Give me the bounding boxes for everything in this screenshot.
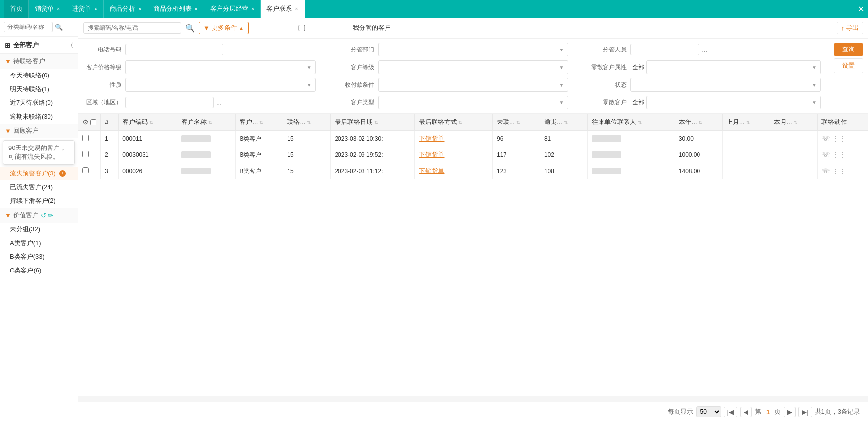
close-icon[interactable]: ×	[194, 6, 197, 12]
region-input[interactable]	[125, 97, 214, 108]
category-search-input[interactable]	[4, 22, 53, 32]
th-last-month[interactable]: 上月...⇅	[722, 114, 770, 131]
all-customers-item[interactable]: ⊞ 全部客户 《	[0, 37, 78, 54]
sidebar-item-class-c[interactable]: C类客户(6)	[0, 264, 78, 277]
sidebar-item-today[interactable]: 今天待联络(0)	[0, 69, 78, 82]
tab-sale[interactable]: 销货单 ×	[29, 0, 66, 18]
grid-icon: ⊞	[5, 42, 10, 49]
sidebar-item-overdue-not-contact[interactable]: 逾期未联络(30)	[0, 110, 78, 124]
th-name[interactable]: 客户名称⇅	[177, 114, 236, 131]
retail-customer-select[interactable]: ▼	[646, 96, 821, 109]
my-customers-checkbox[interactable]	[253, 25, 351, 31]
export-button[interactable]: ↑ 导出	[837, 22, 864, 34]
search-input[interactable]	[83, 22, 181, 34]
sidebar-item-tomorrow[interactable]: 明天待联络(1)	[0, 82, 78, 96]
payment-select[interactable]: ▼	[378, 78, 569, 92]
search-button[interactable]: 🔍	[185, 24, 195, 33]
row-checkbox[interactable]	[82, 167, 89, 173]
customer-type-select[interactable]: ▼	[378, 96, 569, 109]
table-settings-button[interactable]: ⚙	[82, 118, 89, 126]
section-title-value[interactable]: ▼ 价值客户 ↺ ✏	[0, 208, 78, 223]
contact-method-link[interactable]: 下销货单	[419, 167, 444, 174]
tab-customer-tier[interactable]: 客户分层经营 ×	[204, 0, 261, 18]
row-action: ☏ ⋮⋮	[817, 147, 868, 163]
settings-button[interactable]: 设置	[834, 58, 863, 73]
contact-action-icon[interactable]: ☏	[821, 135, 830, 143]
th-index: #	[101, 114, 119, 131]
more-dots-icon[interactable]: ...	[699, 46, 710, 53]
close-icon[interactable]: ×	[251, 6, 254, 12]
edit-icon[interactable]: ✏	[48, 212, 53, 219]
window-close-button[interactable]: ✕	[858, 4, 864, 14]
sidebar-item-unclassified[interactable]: 未分组(32)	[0, 223, 78, 236]
region-more-icon[interactable]: ...	[214, 99, 225, 106]
sidebar-item-class-a[interactable]: A类客户(1)	[0, 236, 78, 250]
sidebar-item-7days[interactable]: 近7天待联络(0)	[0, 96, 78, 110]
close-icon[interactable]: ×	[57, 6, 60, 12]
more-action-icon[interactable]: ⋮⋮	[832, 167, 846, 175]
phone-input[interactable]	[125, 44, 223, 55]
customer-level-select[interactable]: ▼	[378, 60, 569, 74]
query-button[interactable]: 查询	[834, 43, 863, 56]
th-last-date[interactable]: 最后联络日期⇅	[331, 114, 415, 131]
row-contact-person	[587, 147, 675, 163]
contact-action-icon[interactable]: ☏	[821, 151, 830, 159]
sidebar-item-churn-warning[interactable]: 流失预警客户(3) !	[0, 167, 78, 180]
price-level-select[interactable]: ▼	[125, 60, 316, 74]
first-page-button[interactable]: |◀	[724, 407, 737, 417]
tab-home[interactable]: 首页	[4, 0, 29, 18]
table-row: 1 000011 B类客户 15 2023-03-02 10:30: 下销货单 …	[78, 131, 868, 147]
row-code: 00030031	[119, 147, 177, 163]
more-action-icon[interactable]: ⋮⋮	[832, 151, 846, 159]
last-page-button[interactable]: ▶|	[798, 407, 812, 417]
th-this-month[interactable]: 本月...⇅	[770, 114, 817, 131]
th-this-year[interactable]: 本年...⇅	[675, 114, 722, 131]
tab-goods-list[interactable]: 商品分析列表 ×	[147, 0, 204, 18]
sidebar-item-declining[interactable]: 持续下滑客户(2)	[0, 194, 78, 208]
th-code[interactable]: 客户编码⇅	[119, 114, 177, 131]
th-type[interactable]: 客户...⇅	[236, 114, 283, 131]
th-contact-person[interactable]: 往来单位联系人⇅	[587, 114, 675, 131]
row-checkbox[interactable]	[82, 151, 89, 157]
refresh-icon[interactable]: ↺	[41, 212, 46, 219]
chevron-down-icon: ▼	[559, 65, 564, 70]
th-contact[interactable]: 联络...⇅	[283, 114, 331, 131]
more-conditions-button[interactable]: ▼ 更多条件 ▲	[199, 22, 249, 34]
chevron-down-icon: ▼	[307, 65, 312, 70]
tab-purchase[interactable]: 进货单 ×	[66, 0, 103, 18]
status-select[interactable]: ▼	[630, 78, 821, 92]
th-overdue[interactable]: 逾期...⇅	[540, 114, 587, 131]
prev-page-button[interactable]: ◀	[740, 407, 752, 417]
row-checkbox[interactable]	[82, 135, 89, 141]
tab-customer-contact[interactable]: 客户联系 ×	[261, 0, 304, 18]
th-not-contact[interactable]: 未联...⇅	[492, 114, 540, 131]
close-icon[interactable]: ×	[138, 6, 141, 12]
contact-method-link[interactable]: 下销货单	[419, 135, 444, 142]
more-action-icon[interactable]: ⋮⋮	[832, 135, 846, 143]
row-action: ☏ ⋮⋮	[817, 131, 868, 147]
per-page-select[interactable]: 50 100	[696, 406, 721, 417]
close-icon[interactable]: ×	[94, 6, 97, 12]
section-title-review[interactable]: ▼ 回顾客户	[0, 124, 78, 138]
sort-icon: ⇅	[564, 120, 568, 125]
person-input[interactable]	[630, 44, 699, 55]
section-title-pending[interactable]: ▼ 待联络客户	[0, 54, 78, 69]
dept-select[interactable]: ▼	[378, 43, 569, 56]
row-contact: 15	[283, 163, 331, 179]
table-row: 3 000026 B类客户 15 2023-02-03 11:12: 下销货单 …	[78, 163, 868, 179]
close-icon[interactable]: ×	[295, 6, 298, 12]
my-customers-checkbox-label[interactable]: 我分管的客户	[253, 24, 391, 32]
sidebar-item-class-b[interactable]: B类客户(33)	[0, 250, 78, 264]
sidebar-item-churned[interactable]: 已流失客户(24)	[0, 180, 78, 194]
next-page-button[interactable]: ▶	[784, 407, 796, 417]
horizontal-scrollbar[interactable]	[78, 396, 868, 402]
contact-method-link[interactable]: 下销货单	[419, 151, 444, 158]
retail-attr-select[interactable]: ▼	[646, 60, 821, 74]
search-icon[interactable]: 🔍	[55, 24, 63, 31]
arrow-icon: ▼	[5, 58, 11, 65]
select-all-checkbox[interactable]	[90, 119, 96, 125]
contact-action-icon[interactable]: ☏	[821, 167, 830, 175]
th-last-method[interactable]: 最后联络方式⇅	[415, 114, 493, 131]
gender-select[interactable]: ▼	[125, 78, 316, 92]
tab-goods-analysis[interactable]: 商品分析 ×	[104, 0, 147, 18]
